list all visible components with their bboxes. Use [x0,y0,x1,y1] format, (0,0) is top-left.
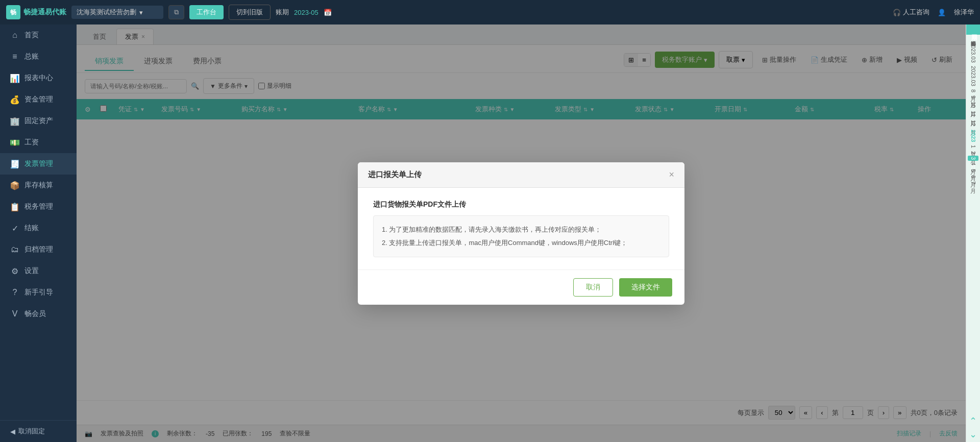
sidebar-item-invoice[interactable]: 🧾 发票管理 [0,153,77,175]
modal-section-title: 进口货物报关单PDF文件上传 [373,200,669,209]
app-container: 畅 畅捷通易代账 沈海英测试经营勿删 ▾ ⧉ 工作台 切到旧版 账期 2023-… [0,0,980,442]
period-1[interactable]: 1月 [969,143,977,150]
inventory-icon: 📦 [10,181,19,190]
sidebar-label-assets: 固定资产 [24,116,53,126]
user-name[interactable]: 徐泽华 [954,8,974,17]
member-icon: V [10,309,19,318]
period-6[interactable]: 6月 [969,174,977,180]
modal-info-item-2: 2. 支持批量上传进口报关单，mac用户使用Command键，windows用户… [382,236,660,250]
workspace-button[interactable]: 工作台 [189,5,224,19]
period-12[interactable]: 12月 [969,118,977,128]
modal-info-item-1: 1. 为了更加精准的数据匹配，请先录入海关缴款书，再上传对应的报关单； [382,223,660,236]
period-select-label: 期间选择 [969,35,978,39]
reports-icon: 📊 [10,73,19,83]
sidebar-item-home[interactable]: ⌂ 首页 [0,24,77,46]
expand-up-icon[interactable]: ⌃ [969,415,977,427]
sidebar-item-inventory[interactable]: 📦 库存核算 [0,175,77,196]
assets-icon: 🏢 [10,116,19,126]
ledger-icon: ≡ [10,52,19,61]
modal-footer: 取消 选择文件 [358,269,684,305]
sidebar-label-tax: 税务管理 [24,202,53,211]
sidebar-label-guide: 新手引导 [24,288,53,297]
sidebar-item-settle[interactable]: ✓ 结账 [0,217,77,239]
sidebar-label-home: 首页 [24,31,39,40]
sidebar-item-settings[interactable]: ⚙ 设置 [0,260,77,282]
support-label: 人工咨询 [903,8,929,17]
sidebar-label-ledger: 总账 [24,52,39,61]
funds-icon: 💰 [10,95,19,104]
sidebar-label-salary: 工资 [24,138,39,147]
sidebar-item-assets[interactable]: 🏢 固定资产 [0,110,77,132]
settle-icon: ✓ [10,224,19,233]
modal-overlay[interactable]: 进口报关单上传 × 进口货物报关单PDF文件上传 1. 为了更加精准的数据匹配，… [77,24,966,442]
cancel-button[interactable]: 取消 [573,278,613,297]
main-area: ⌂ 首页 ≡ 总账 📊 报表中心 💰 资金管理 🏢 固定资产 💵 工资 [0,24,980,442]
sidebar-item-guide[interactable]: ? 新手引导 [0,282,77,303]
period-2[interactable]: 2月 [969,150,977,156]
sidebar-bottom: ◀ 取消固定 [0,420,77,442]
sidebar-item-funds[interactable]: 💰 资金管理 [0,89,77,110]
sidebar-item-reports[interactable]: 📊 报表中心 [0,67,77,89]
home-icon: ⌂ [10,31,19,40]
sidebar-label-inventory: 库存核算 [24,181,53,190]
period-9[interactable]: 9月 [969,94,977,100]
modal-body: 进口货物报关单PDF文件上传 1. 为了更加精准的数据匹配，请先录入海关缴款书，… [358,188,684,269]
import-modal: 进口报关单上传 × 进口货物报关单PDF文件上传 1. 为了更加精准的数据匹配，… [358,162,684,305]
sidebar-item-tax[interactable]: 📋 税务管理 [0,196,77,217]
period-3-current[interactable]: 3月 [968,156,978,161]
period-2023-03-range2[interactable]: 2023.03 [970,64,976,88]
content-area: 首页 发票 × 销项发票 进项发票 费用小 [77,24,966,442]
calendar-icon[interactable]: 📅 [324,9,332,16]
open-date-button[interactable]: 开票日期 [966,24,981,35]
sidebar-item-salary[interactable]: 💵 工资 [0,132,77,153]
avatar-icon: 👤 [938,9,946,16]
app-name: 畅捷通易代账 [23,8,66,17]
app-logo: 畅 畅捷通易代账 [6,5,66,19]
topbar-right: 🎧 人工咨询 👤 徐泽华 [893,8,974,17]
sidebar-label-settle: 结账 [24,224,39,233]
cancel-fixed-label: 取消固定 [18,427,45,436]
collapse-down-icon[interactable]: ⌄ [969,429,977,440]
guide-icon: ? [10,288,19,297]
sidebar-label-member: 畅会员 [24,309,46,318]
sidebar-label-invoice: 发票管理 [24,159,53,168]
sidebar-label-settings: 设置 [24,266,39,276]
sidebar-label-archive: 归档管理 [24,245,53,254]
period-8[interactable]: 8月 [969,88,977,94]
modal-close-button[interactable]: × [669,169,674,180]
period-5[interactable]: 5月 [969,167,977,174]
sidebar-label-funds: 资金管理 [24,95,53,104]
period-value: 2023-05 [294,9,318,16]
sidebar: ⌂ 首页 ≡ 总账 📊 报表中心 💰 资金管理 🏢 固定资产 💵 工资 [0,24,77,442]
period-4[interactable]: 4月 [969,161,977,167]
company-selector[interactable]: 沈海英测试经营勿删 ▾ [71,6,163,19]
chevron-down-icon: ▾ [139,9,143,16]
period-label: 账期 [276,8,289,17]
sidebar-label-reports: 报表中心 [24,73,53,83]
sidebar-item-ledger[interactable]: ≡ 总账 [0,46,77,67]
period-2023-03-range1[interactable]: 2023.03 [970,41,976,64]
salary-icon: 💵 [10,138,19,147]
pin-icon: ◀ [10,428,15,435]
oldver-button[interactable]: 切到旧版 [229,5,271,20]
cancel-fixed-button[interactable]: ◀ 取消固定 [0,421,77,442]
right-panel: 开票日期 期间选择 2023.03 2023.03 8月 9月 10月 11月 … [966,24,980,442]
panel-controls: ⌃ ⌄ [969,415,977,440]
period-10[interactable]: 10月 [969,100,977,109]
period-7[interactable]: 7月 [969,180,977,186]
logo-icon: 畅 [6,5,20,19]
settings-icon: ⚙ [10,266,19,276]
archive-icon: 🗂 [10,245,19,254]
invoice-icon: 🧾 [10,159,19,168]
support-button[interactable]: 🎧 人工咨询 [893,8,929,17]
copy-button[interactable]: ⧉ [168,5,184,19]
modal-header: 进口报关单上传 × [358,162,684,188]
modal-info-box: 1. 为了更加精准的数据匹配，请先录入海关缴款书，再上传对应的报关单； 2. 支… [373,215,669,257]
select-file-button[interactable]: 选择文件 [619,278,672,297]
headset-icon: 🎧 [893,9,901,16]
period-2023-year[interactable]: 2023 [970,128,976,143]
period-11[interactable]: 11月 [969,109,977,118]
sidebar-item-archive[interactable]: 🗂 归档管理 [0,239,77,260]
sidebar-item-member[interactable]: V 畅会员 [0,303,77,325]
period-list: 2023.03 2023.03 8月 9月 10月 11月 12月 2023 1… [968,39,978,188]
